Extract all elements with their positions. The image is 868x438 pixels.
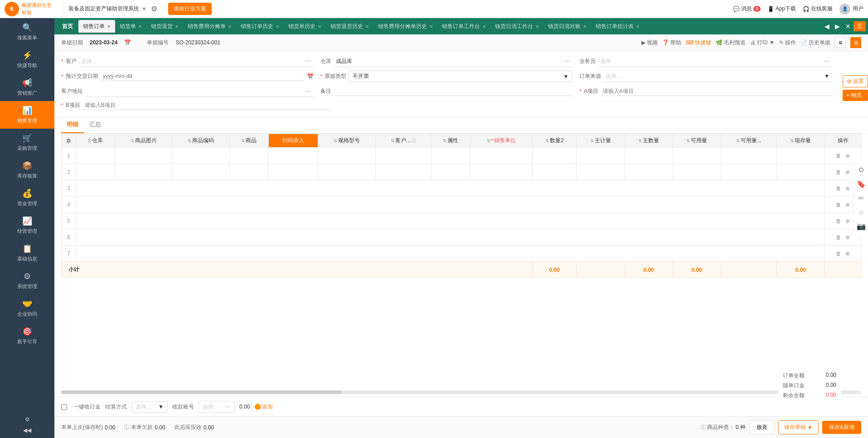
row-1-customer-ref[interactable]	[375, 148, 431, 164]
row-1-spec[interactable]	[318, 148, 375, 164]
layout-grid-btn[interactable]: ⊞	[850, 37, 861, 48]
row-4-copy-icon[interactable]: ⊕	[845, 202, 850, 208]
staff-dots[interactable]: ···	[824, 57, 829, 65]
row-7-action[interactable]: 🗑 ⊕	[825, 245, 861, 262]
tab-return-history-close[interactable]: ✕	[365, 24, 369, 29]
col-current[interactable]: ⇅ 现存量	[776, 134, 824, 148]
tab-reconcile[interactable]: 钱货日清对账 ✕	[543, 20, 591, 33]
row-2-customer-ref[interactable]	[375, 164, 431, 180]
col-customer-ref[interactable]: ⇅ 客户... ⓘ	[375, 134, 431, 148]
row-1-delete-icon[interactable]: 🗑	[836, 153, 841, 159]
col-settings[interactable]: ⚙	[62, 134, 76, 148]
tab-invoice-history[interactable]: 销货单历史 ✕	[284, 20, 326, 33]
row-2-warehouse[interactable]	[76, 164, 115, 180]
row-1-copy-icon[interactable]: ⊕	[845, 153, 850, 159]
online-service-btn[interactable]: 🎧 在线客服	[803, 5, 833, 13]
view-btn[interactable]: ▶ 视频	[641, 39, 658, 47]
layout-list-btn[interactable]: ≡	[835, 37, 846, 48]
sidebar-item-collab[interactable]: 🤝 企业协同	[0, 294, 54, 322]
customer-input[interactable]: 选择... ···	[79, 56, 314, 67]
tab-sales-order[interactable]: 销售订单 ✕	[78, 20, 115, 33]
row-6-copy-icon[interactable]: ⊕	[845, 234, 850, 241]
row-2-copy-icon[interactable]: ⊕	[845, 169, 850, 175]
tab-daily-clear[interactable]: 钱货日清工作台 ✕	[490, 20, 543, 33]
row-1-product[interactable]	[229, 148, 268, 164]
delivery-calendar-icon[interactable]: 📅	[307, 73, 314, 80]
tab-prev-btn[interactable]: ◀	[822, 21, 832, 32]
settings-gear-btn[interactable]: ⚙	[149, 3, 159, 15]
current-debt-info-icon[interactable]: ⓘ	[124, 424, 129, 431]
tab-invoice-history-close[interactable]: ✕	[318, 24, 321, 29]
row-4-delete-icon[interactable]: 🗑	[836, 202, 841, 208]
tab-stats[interactable]: 销售订单统计表 ✕	[591, 20, 644, 33]
operation-btn[interactable]: ✎ 操作	[779, 39, 796, 47]
add-material-btn[interactable]: + 物流	[843, 90, 868, 101]
messages-btn[interactable]: 💬 消息 9	[733, 5, 761, 13]
col-available2[interactable]: ⇅ 可用量...	[721, 134, 776, 148]
order-source-input[interactable]: 选择... ▼	[603, 71, 832, 82]
profit-btn[interactable]: 🌿 毛利预览	[716, 39, 746, 47]
tab-next-btn[interactable]: ▶	[832, 21, 843, 32]
tab-home[interactable]: 首页	[57, 20, 78, 33]
shortcut-btn[interactable]: ⌨ 快捷键	[686, 39, 711, 47]
row-2-main-qty[interactable]	[625, 164, 673, 180]
col-attr[interactable]: ⇅ 属性	[431, 134, 470, 148]
row-5-copy-icon[interactable]: ⊕	[845, 218, 850, 224]
discard-btn[interactable]: 放弃	[749, 420, 775, 434]
col-warehouse[interactable]: ⇅ 仓库	[76, 134, 115, 148]
tab-sales-invoice-close[interactable]: ✕	[138, 24, 142, 29]
sidebar-item-sales[interactable]: 📊 销售管理	[0, 101, 54, 129]
b-project-input[interactable]	[82, 101, 331, 110]
print-btn[interactable]: 🖨 打印 ▼	[750, 39, 775, 47]
col-qty2[interactable]: ⇅ 数量2	[533, 134, 577, 148]
col-code[interactable]: ⇅ 商品编码	[172, 134, 229, 148]
col-main-unit[interactable]: ⇅ 主计量	[577, 134, 625, 148]
tab-reconcile-close[interactable]: ✕	[583, 24, 587, 29]
row-2-attr[interactable]	[431, 164, 470, 180]
row-7-copy-icon[interactable]: ⊕	[845, 250, 850, 257]
warehouse-dots[interactable]: ···	[564, 57, 570, 65]
tab-order-history-close[interactable]: ✕	[276, 24, 279, 29]
sidebar-item-system[interactable]: ⚙ 系统管理	[0, 267, 54, 294]
history-btn[interactable]: 📄 历史单据	[800, 39, 830, 47]
right-panel-bookmark-icon[interactable]: 🔖	[857, 180, 866, 188]
sidebar-item-nav[interactable]: ⚡ 快捷导航	[0, 46, 54, 73]
sidebar-item-guide[interactable]: 🎯 新手引导	[0, 322, 54, 350]
row-2-unit[interactable]	[470, 164, 533, 180]
sidebar-collapse-btn[interactable]: ◀◀	[23, 427, 31, 433]
tab-sales-invoice[interactable]: 销货单 ✕	[115, 20, 146, 33]
row-1-attr[interactable]	[431, 148, 470, 164]
tab-sales-return-close[interactable]: ✕	[175, 24, 179, 29]
warehouse-input[interactable]: 成品库 ···	[334, 56, 573, 67]
col-customer-ref-info-icon[interactable]: ⓘ	[412, 138, 416, 144]
table-scrollbar[interactable]	[54, 389, 868, 395]
app-download-btn[interactable]: 📱 App下载	[767, 5, 796, 13]
right-panel-edit-icon[interactable]: ✏	[858, 194, 864, 202]
sidebar-item-purchase[interactable]: 🛒 采购管理	[0, 129, 54, 156]
tab-menu-btn[interactable]: ☰	[853, 21, 866, 31]
col-main-qty[interactable]: ⇅ 主数量	[625, 134, 673, 148]
row-3-delete-icon[interactable]: 🗑	[836, 185, 841, 192]
row-1-unit[interactable]	[470, 148, 533, 164]
row-5-delete-icon[interactable]: 🗑	[836, 218, 841, 224]
industry-solution-btn[interactable]: 体验行业方案	[168, 3, 212, 15]
tab-expense-history-close[interactable]: ✕	[429, 24, 433, 29]
row-6-delete-icon[interactable]: 🗑	[836, 234, 841, 241]
staff-input[interactable]: 选择... ···	[598, 56, 832, 67]
system-dropdown-icon[interactable]: ▼	[141, 6, 147, 12]
tab-close-all-btn[interactable]: ✕	[843, 21, 853, 32]
sidebar-item-search[interactable]: 🔍 搜索菜单	[0, 18, 54, 46]
tab-workbench-close[interactable]: ✕	[482, 24, 486, 29]
row-1-qty2[interactable]	[533, 148, 577, 164]
row-2-product[interactable]	[229, 164, 268, 180]
save-new-btn[interactable]: 保存&新增	[822, 421, 861, 434]
detail-tab-mingxi[interactable]: 明细	[61, 117, 84, 133]
tab-expense-split[interactable]: 销售费用分摊单 ✕	[183, 20, 236, 33]
add-payment-btn[interactable]: 🟠 添加	[254, 403, 273, 411]
product-info-icon[interactable]: ⓘ	[701, 424, 706, 431]
sidebar-item-inventory[interactable]: 📦 库存核算	[0, 156, 54, 184]
tab-stats-close[interactable]: ✕	[636, 24, 640, 29]
row-2-delete-icon[interactable]: 🗑	[836, 169, 841, 175]
user-area[interactable]: 👤 用户	[839, 4, 863, 14]
sidebar-item-finance[interactable]: 💰 资金管理	[0, 184, 54, 212]
